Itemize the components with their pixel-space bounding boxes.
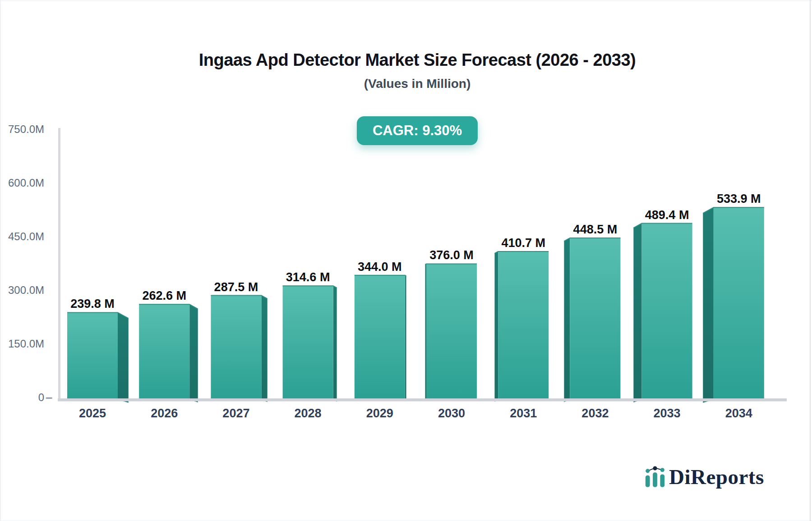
- bar-side-2031: [494, 251, 498, 402]
- x-tick-label: 2033: [654, 407, 681, 420]
- bar-value-label: 287.5 M: [214, 280, 258, 294]
- y-tick-label: 600.0M: [8, 177, 44, 189]
- y-tick-label: 750.0M: [8, 123, 44, 135]
- bar-side-2033: [633, 224, 641, 402]
- y-tick-label: 450.0M: [8, 230, 44, 242]
- x-axis-baseline: [58, 398, 787, 402]
- x-tick-label: 2032: [581, 407, 609, 420]
- bar-2030: [426, 264, 477, 400]
- x-tick-label: 2028: [295, 407, 322, 420]
- y-tick-label: 0: [38, 391, 44, 403]
- x-tick-label: 2026: [151, 407, 178, 420]
- logo-chart-icon: [644, 466, 666, 489]
- bar-side-2034: [703, 207, 714, 402]
- bar-side-2027: [261, 296, 267, 402]
- bar-2029: [355, 275, 405, 400]
- bar-2027: [211, 296, 261, 400]
- bar-chart: 750.0M600.0M450.0M300.0M150.0M0239.8 M20…: [0, 0, 812, 521]
- bar-value-label: 533.9 M: [717, 192, 761, 206]
- x-tick-label: 2030: [438, 407, 465, 420]
- bar-side-2029: [405, 275, 406, 402]
- bar-2028: [283, 286, 333, 400]
- y-axis-line: [58, 128, 60, 401]
- x-tick-label: 2029: [366, 407, 393, 420]
- x-tick-label: 2031: [510, 407, 537, 420]
- x-tick-label: 2034: [725, 407, 752, 420]
- bar-value-label: 239.8 M: [70, 297, 115, 311]
- bar-2026: [139, 304, 189, 400]
- bar-value-label: 489.4 M: [645, 208, 689, 222]
- bar-2034: [714, 207, 764, 400]
- bar-value-label: 376.0 M: [429, 248, 474, 262]
- bar-side-2028: [333, 286, 337, 402]
- y-tick-label: 150.0M: [8, 338, 44, 350]
- bar-value-label: 410.7 M: [501, 236, 545, 250]
- bar-value-label: 262.6 M: [142, 289, 186, 302]
- bar-2031: [498, 251, 549, 400]
- zero-tick-dash: [46, 398, 53, 399]
- x-tick-label: 2027: [222, 407, 249, 420]
- bar-side-2032: [564, 238, 570, 402]
- bar-2025: [67, 312, 118, 400]
- bar-side-2025: [118, 312, 129, 402]
- bar-side-2030: [425, 264, 426, 401]
- bar-2033: [642, 224, 692, 400]
- x-tick-label: 2025: [79, 407, 106, 420]
- bar-2032: [570, 238, 620, 400]
- bar-side-2026: [189, 304, 198, 402]
- bar-value-label: 448.5 M: [573, 223, 618, 236]
- y-tick-label: 300.0M: [8, 284, 44, 296]
- brand-logo: DiReports: [644, 465, 764, 489]
- bar-value-label: 314.6 M: [286, 270, 330, 284]
- bar-value-label: 344.0 M: [358, 260, 402, 274]
- brand-logo-text: DiReports: [669, 465, 764, 489]
